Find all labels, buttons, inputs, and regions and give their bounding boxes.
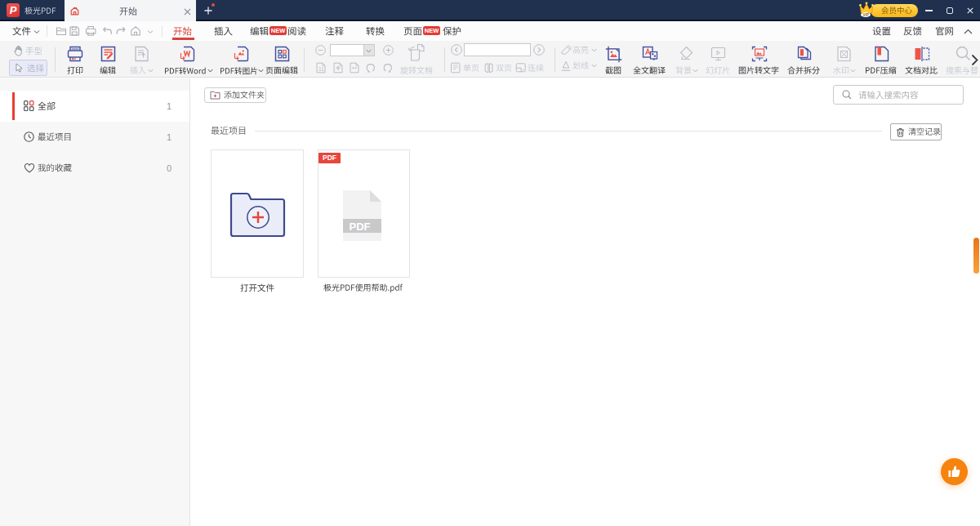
svg-text:PDF: PDF	[350, 221, 371, 233]
svg-text:VIP: VIP	[862, 13, 868, 17]
svg-text:11: 11	[318, 66, 324, 72]
